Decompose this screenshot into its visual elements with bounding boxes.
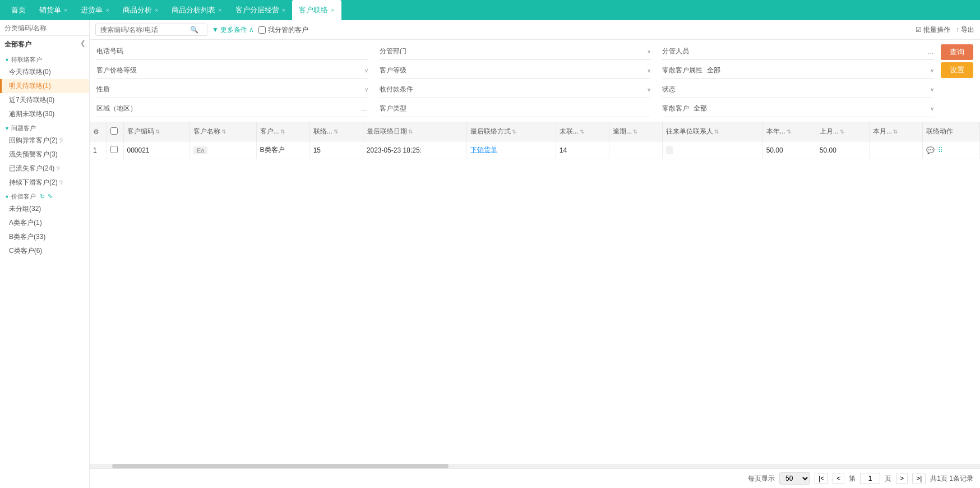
row-last-date: 2023-05-23 18:25: xyxy=(363,141,466,159)
sidebar-item-overdue[interactable]: 逾期未联络(30) xyxy=(0,107,89,121)
sidebar-item-tomorrow[interactable]: 明天待联络(1) xyxy=(0,79,89,93)
nav-sales[interactable]: 销货单 × xyxy=(33,0,74,20)
th-action: 联络动作 xyxy=(923,122,980,141)
group-problem[interactable]: ▼ 问题客户 xyxy=(0,121,89,133)
content-area: 🔍 ▼ 更多条件 ∧ 我分管的客户 ☑ 批量操作 ↑ 导出 xyxy=(90,20,980,488)
th-type[interactable]: 客户...⇅ xyxy=(256,122,309,141)
nav-product-analysis-list[interactable]: 商品分析列表 × xyxy=(165,0,228,20)
row-checkbox[interactable] xyxy=(110,146,118,153)
filter-cell-nature: 性质 ∨ xyxy=(96,82,368,98)
th-last-month[interactable]: 上月...⇅ xyxy=(816,122,869,141)
th-this-year[interactable]: 本年...⇅ xyxy=(762,122,816,141)
search-input[interactable] xyxy=(100,26,190,34)
sidebar-item-declining[interactable]: 持续下滑客户(2) ? xyxy=(0,176,89,190)
edit-icon[interactable]: ✎ xyxy=(48,193,53,200)
sidebar-search-input[interactable] xyxy=(4,24,89,32)
filter-row-4: 区域（地区） … 客户类型 零散客户 全部 ∨ xyxy=(96,102,934,117)
sidebar-item-today[interactable]: 今天待联络(0) xyxy=(0,65,89,79)
manager-dots-icon: … xyxy=(927,48,934,56)
search-submit-icon[interactable]: 🔍 xyxy=(190,26,198,34)
sidebar-item-b-class[interactable]: B类客户(33) xyxy=(0,230,89,244)
th-code[interactable]: 客户编码⇅ xyxy=(123,122,190,141)
filter-cell-retail-customer: 零散客户 全部 ∨ xyxy=(662,102,934,117)
th-overdue[interactable]: 逾期...⇅ xyxy=(609,122,662,141)
my-customers-check[interactable]: 我分管的客户 xyxy=(258,25,308,35)
page-input[interactable] xyxy=(860,473,880,484)
th-last-date[interactable]: 最后联络日期⇅ xyxy=(363,122,466,141)
th-unlinked[interactable]: 未联...⇅ xyxy=(556,122,609,141)
close-customer-contact-icon[interactable]: × xyxy=(331,7,334,13)
my-customers-checkbox[interactable] xyxy=(258,26,266,34)
group-pending-contact[interactable]: ▼ 待联络客户 xyxy=(0,53,89,65)
h-scroll-thumb[interactable] xyxy=(112,464,449,468)
row-unit-contact xyxy=(663,141,763,159)
filter-cell-region: 区域（地区） … xyxy=(96,102,368,117)
close-product-analysis-icon[interactable]: × xyxy=(155,7,158,13)
nav-customer-tier[interactable]: 客户分层经营 × xyxy=(229,0,292,20)
batch-op-button[interactable]: ☑ 批量操作 xyxy=(916,25,950,35)
sidebar-item-7days[interactable]: 近7天待联络(0) xyxy=(0,93,89,107)
nav-purchase[interactable]: 进货单 × xyxy=(74,0,115,20)
th-this-month[interactable]: 本月...⇅ xyxy=(869,122,922,141)
nav-customer-contact[interactable]: 客户联络 × xyxy=(292,0,341,20)
top-nav: 首页 销货单 × 进货单 × 商品分析 × 商品分析列表 × 客户分层经营 × … xyxy=(0,0,980,20)
filter-row-1: 电话号码 分管部门 ∨ 分管人员 … xyxy=(96,44,934,60)
row-num: 1 xyxy=(90,141,107,159)
sidebar-item-a-class[interactable]: A类客户(1) xyxy=(0,216,89,230)
more-conditions-button[interactable]: ▼ 更多条件 ∧ xyxy=(212,25,254,35)
per-page-select[interactable]: 50 100 200 xyxy=(779,472,810,485)
nav-home[interactable]: 首页 xyxy=(4,0,33,20)
th-gear[interactable]: ⚙ xyxy=(90,122,107,141)
filter-buttons: 查询 设置 xyxy=(941,44,973,117)
last-page-button[interactable]: >| xyxy=(912,473,926,484)
row-name: Ea xyxy=(190,141,257,159)
chat-icon[interactable]: 💬 xyxy=(926,146,935,154)
export-button[interactable]: ↑ 导出 xyxy=(956,25,974,35)
row-unlinked: 14 xyxy=(556,141,609,159)
row-contacts: 15 xyxy=(309,141,363,159)
row-type: B类客户 xyxy=(256,141,309,159)
last-method-link[interactable]: 下销货单 xyxy=(470,146,497,154)
th-contacts[interactable]: 联络...⇅ xyxy=(309,122,363,141)
all-customers-label: 全部客户 xyxy=(4,40,31,49)
query-button[interactable]: 查询 xyxy=(941,44,973,60)
filter-cell-price-level: 客户价格等级 ∨ xyxy=(96,63,368,79)
th-unit-contact[interactable]: 往来单位联系人⇅ xyxy=(663,122,763,141)
th-name[interactable]: 客户名称⇅ xyxy=(190,122,257,141)
close-product-list-icon[interactable]: × xyxy=(218,7,221,13)
group-value[interactable]: ▼ 价值客户 ↻ ✎ xyxy=(0,190,89,202)
filter-cell-manager: 分管人员 … xyxy=(662,44,934,60)
per-page-label: 每页显示 xyxy=(748,474,775,484)
close-customer-tier-icon[interactable]: × xyxy=(282,7,285,13)
next-page-button[interactable]: > xyxy=(896,473,908,484)
sidebar-item-churn-warning[interactable]: 流失预警客户(3) xyxy=(0,148,89,162)
close-sales-icon[interactable]: × xyxy=(64,7,67,13)
row-this-year: 50.00 xyxy=(762,141,816,159)
unit-contact-masked xyxy=(666,146,673,154)
sidebar-item-c-class[interactable]: C类客户(6) xyxy=(0,244,89,258)
row-last-method: 下销货单 xyxy=(467,141,556,159)
sidebar-item-churned[interactable]: 已流失客户(24) ? xyxy=(0,162,89,176)
search-wrap: 🔍 xyxy=(95,24,207,36)
row-last-month: 50.00 xyxy=(816,141,869,159)
th-last-method[interactable]: 最后联络方式⇅ xyxy=(467,122,556,141)
nav-product-analysis[interactable]: 商品分析 × xyxy=(116,0,165,20)
settings-button[interactable]: 设置 xyxy=(941,62,973,78)
row-check xyxy=(107,141,123,159)
h-scrollbar[interactable] xyxy=(90,464,980,468)
first-page-button[interactable]: |< xyxy=(815,473,828,484)
status-arrow-icon: ∨ xyxy=(930,86,934,93)
prev-page-button[interactable]: < xyxy=(833,473,844,484)
close-purchase-icon[interactable]: × xyxy=(105,7,109,13)
select-all-checkbox[interactable] xyxy=(110,127,118,135)
qr-icon[interactable]: ⠿ xyxy=(938,146,943,154)
sidebar-item-ungrouped[interactable]: 未分组(32) xyxy=(0,202,89,216)
sidebar-search-wrap: 🔍 xyxy=(0,20,89,36)
row-code: 000021 xyxy=(123,141,190,159)
filter-icon: ▼ xyxy=(212,26,219,34)
th-check xyxy=(107,122,123,141)
sidebar-item-abnormal-repurchase[interactable]: 回购异常客户(2) ? xyxy=(0,133,89,148)
collapse-icon: 《 xyxy=(77,39,85,49)
refresh-icon[interactable]: ↻ xyxy=(40,193,45,200)
all-customers-header[interactable]: 全部客户 《 xyxy=(0,36,89,53)
